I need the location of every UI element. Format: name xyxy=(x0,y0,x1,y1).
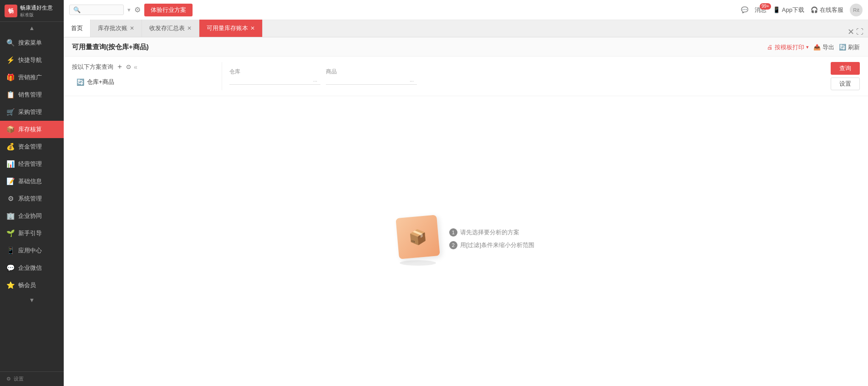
tab-available-ledger[interactable]: 可用量库存账本 ✕ xyxy=(199,20,263,37)
export-icon: 📤 xyxy=(813,44,821,51)
sidebar-item-finance[interactable]: 💰 资金管理 xyxy=(0,138,64,155)
tabs-bar: 首页 库存批次账 ✕ 收发存汇总表 ✕ 可用量库存账本 ✕ ✕ ⛶ xyxy=(64,20,868,37)
scheme-icon: 🔄 xyxy=(76,78,84,86)
scheme-settings-button[interactable]: ⊙ xyxy=(126,63,131,70)
product-input-wrap: ... xyxy=(326,77,417,85)
marketing-icon: 🎁 xyxy=(6,73,15,82)
warehouse-input[interactable] xyxy=(229,77,311,83)
warehouse-input-wrap: ... xyxy=(229,77,320,85)
empty-tips: 1 请先选择要分析的方案 2 用[过滤]条件来缩小分析范围 xyxy=(449,228,534,254)
topbar-search-icon: 🔍 xyxy=(73,6,81,13)
avatar: Rit xyxy=(850,4,863,16)
refresh-button[interactable]: 🔄 刷新 xyxy=(839,43,860,51)
sidebar-item-search[interactable]: 🔍 搜索菜单 xyxy=(0,34,64,51)
tab-available-ledger-close[interactable]: ✕ xyxy=(250,25,255,31)
topbar: 🔍 ▾ ⚙ 体验行业方案 💬 99+ 消息 📱 App下载 🎧 在线客服 Rit xyxy=(64,0,868,20)
topbar-right: 💬 99+ 消息 📱 App下载 🎧 在线客服 Rit xyxy=(741,4,863,16)
phone-icon: 📱 xyxy=(773,6,780,13)
trial-button[interactable]: 体验行业方案 xyxy=(144,4,193,16)
sidebar-scroll-down[interactable]: ▼ xyxy=(0,294,64,306)
empty-shadow xyxy=(400,260,436,266)
apps-icon: 📱 xyxy=(6,247,15,255)
expand-tab-button[interactable]: ⛶ xyxy=(856,28,863,36)
tab-batch-ledger[interactable]: 库存批次账 ✕ xyxy=(91,20,142,37)
shortcut-icon: ⚡ xyxy=(6,56,15,64)
search-icon: 🔍 xyxy=(6,39,15,47)
printer-icon: 🖨 xyxy=(767,44,773,51)
sidebar-item-member[interactable]: ⭐ 畅会员 xyxy=(0,277,64,294)
topbar-message[interactable]: 💬 99+ 消息 xyxy=(741,6,766,14)
page-header: 可用量查询(按仓库+商品) 🖨 按模板打印 ▾ 📤 导出 🔄 刷新 xyxy=(64,37,868,57)
system-icon: ⚙ xyxy=(6,195,15,203)
query-button[interactable]: 查询 xyxy=(831,62,860,75)
empty-tip-2: 2 用[过滤]条件来缩小分析范围 xyxy=(449,241,534,249)
tab-collect-ledger[interactable]: 收发存汇总表 ✕ xyxy=(142,20,199,37)
topbar-online-service[interactable]: 🎧 在线客服 xyxy=(811,6,843,14)
tab-batch-ledger-close[interactable]: ✕ xyxy=(130,25,134,31)
tabs-actions: ✕ ⛶ xyxy=(843,27,868,37)
refresh-icon: 🔄 xyxy=(839,44,846,51)
settings-icon: ⚙ xyxy=(6,376,11,382)
filter-row: 仓库 ... 商品 ... 查询 xyxy=(229,62,860,90)
finance-icon: 💰 xyxy=(6,143,15,151)
page-title: 可用量查询(按仓库+商品) xyxy=(72,43,149,51)
sidebar-logo: 畅 xyxy=(5,5,17,17)
purchase-icon: 🛒 xyxy=(6,108,15,116)
filter-scheme-header: 按以下方案查询 ＋ ⊙ « xyxy=(72,62,217,72)
sidebar-item-enterprise[interactable]: 🏢 企业协同 xyxy=(0,207,64,225)
tab-collect-ledger-close[interactable]: ✕ xyxy=(187,25,192,31)
topbar-app-download[interactable]: 📱 App下载 xyxy=(773,6,804,14)
empty-box-icon: 📦 xyxy=(396,215,440,259)
sidebar-item-marketing[interactable]: 🎁 营销推广 xyxy=(0,69,64,86)
message-icon: 💬 xyxy=(741,6,748,13)
topbar-chevron-icon[interactable]: ▾ xyxy=(127,6,131,13)
page-content: 可用量查询(按仓库+商品) 🖨 按模板打印 ▾ 📤 导出 🔄 刷新 xyxy=(64,37,868,386)
empty-state: 📦 1 请先选择要分析的方案 2 用[过滤]条件来缩小分析范围 xyxy=(64,96,868,386)
collapse-scheme-button[interactable]: « xyxy=(134,63,137,71)
sidebar-item-inventory[interactable]: 📦 库存核算 xyxy=(0,121,64,138)
tab-home[interactable]: 首页 xyxy=(64,20,91,37)
sidebar-scroll-up[interactable]: ▲ xyxy=(0,22,64,34)
sidebar-item-operation[interactable]: 📊 经营管理 xyxy=(0,155,64,173)
filter-area: 按以下方案查询 ＋ ⊙ « 🔄 仓库+商品 仓库 . xyxy=(64,57,868,96)
enterprise-icon: 🏢 xyxy=(6,212,15,220)
sidebar-item-apps[interactable]: 📱 应用中心 xyxy=(0,242,64,259)
template-print-button[interactable]: 🖨 按模板打印 ▾ xyxy=(767,43,809,51)
column-settings-button[interactable]: 设置 xyxy=(831,77,860,90)
filter-field-warehouse: 仓库 ... xyxy=(229,68,320,85)
main-area: 🔍 ▾ ⚙ 体验行业方案 💬 99+ 消息 📱 App下载 🎧 在线客服 Rit xyxy=(64,0,868,386)
empty-illustration: 📦 xyxy=(397,216,438,266)
sidebar-item-basic[interactable]: 📝 基础信息 xyxy=(0,173,64,190)
add-scheme-button[interactable]: ＋ xyxy=(116,62,123,72)
inventory-icon: 📦 xyxy=(6,125,15,134)
export-button[interactable]: 📤 导出 xyxy=(813,43,834,51)
sidebar-header: 畅 畅康通好生意 标准版 xyxy=(0,0,64,22)
product-input[interactable] xyxy=(326,77,408,83)
topbar-gear-icon[interactable]: ⚙ xyxy=(134,5,141,14)
empty-tip-1: 1 请先选择要分析的方案 xyxy=(449,228,534,237)
sidebar-item-wechat[interactable]: 💬 企业微信 xyxy=(0,259,64,277)
sidebar-item-shortcut[interactable]: ⚡ 快捷导航 xyxy=(0,51,64,69)
filter-field-product: 商品 ... xyxy=(326,68,417,85)
close-all-tabs-button[interactable]: ✕ xyxy=(848,27,854,37)
headset-icon: 🎧 xyxy=(811,6,818,13)
scheme-item-warehouse-product[interactable]: 🔄 仓库+商品 xyxy=(72,75,217,89)
sales-icon: 📋 xyxy=(6,91,15,99)
product-more-button[interactable]: ... xyxy=(410,77,414,82)
basic-icon: 📝 xyxy=(6,177,15,185)
sidebar-brand: 畅康通好生意 标准版 xyxy=(20,5,53,18)
sidebar-item-purchase[interactable]: 🛒 采购管理 xyxy=(0,103,64,121)
sidebar-item-sales[interactable]: 📋 销售管理 xyxy=(0,86,64,103)
sidebar-item-system[interactable]: ⚙ 系统管理 xyxy=(0,190,64,207)
sidebar-item-newbie[interactable]: 🌱 新手引导 xyxy=(0,225,64,242)
topbar-user[interactable]: Rit xyxy=(850,4,863,16)
page-actions: 🖨 按模板打印 ▾ 📤 导出 🔄 刷新 xyxy=(767,43,860,51)
topbar-search-input[interactable] xyxy=(82,7,119,13)
sidebar-footer[interactable]: ⚙ 设置 xyxy=(0,371,64,386)
topbar-search-wrap: 🔍 xyxy=(69,5,124,15)
filter-scheme-panel: 按以下方案查询 ＋ ⊙ « 🔄 仓库+商品 xyxy=(72,62,222,90)
warehouse-more-button[interactable]: ... xyxy=(313,77,317,82)
filter-fields-panel: 仓库 ... 商品 ... 查询 xyxy=(222,62,860,90)
wechat-icon: 💬 xyxy=(6,264,15,272)
operation-icon: 📊 xyxy=(6,160,15,168)
